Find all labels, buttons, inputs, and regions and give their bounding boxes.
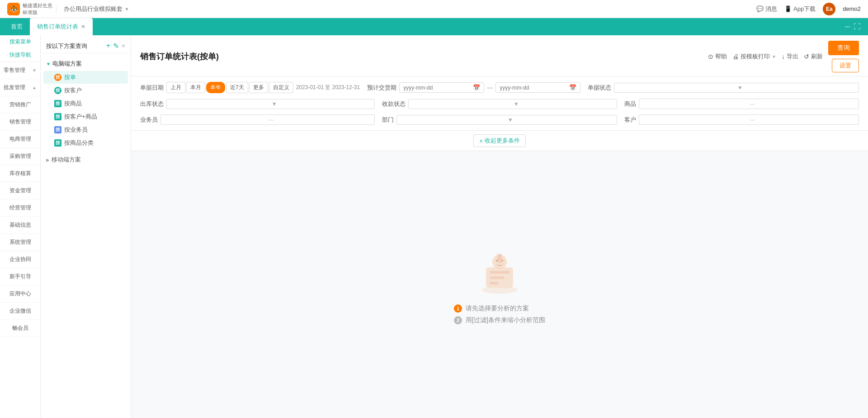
more-filter-icon[interactable]: ··· (267, 116, 370, 123)
sidebar-item-member[interactable]: 畅会员 (0, 320, 40, 337)
custom-btn[interactable]: 自定义 (269, 82, 293, 93)
sidebar-item-purchase[interactable]: 采购管理 (0, 148, 40, 165)
export-action[interactable]: ↓ 导出 (782, 52, 798, 61)
salesperson-select[interactable]: ··· (160, 114, 375, 125)
left-panel: 按以下方案查询 + ✎ « ▼ 电脑端方案 按 按单 按 按客户 (41, 35, 131, 418)
page-title: 销售订单统计表(按单) (140, 51, 219, 62)
hint-number-2: 2 (454, 316, 462, 324)
more-filter-icon[interactable]: ··· (748, 100, 854, 107)
maximize-icon[interactable]: ⛶ (854, 23, 861, 31)
topbar: 🐯 畅捷通好生意 标准版 办公用品行业模拟账套 ▼ 💬 消息 📱 App下载 E… (0, 0, 868, 18)
sidebar-item-base-info[interactable]: 基础信息 (0, 217, 40, 234)
sidebar-search[interactable]: 搜索菜单 (0, 35, 40, 48)
template-print-action[interactable]: 🖨 按模板打印 ▼ (732, 52, 776, 61)
scheme-icon: 按 (54, 139, 61, 147)
message-action[interactable]: 💬 消息 (756, 5, 777, 13)
sidebar-item-marketing[interactable]: 营销推广 (0, 96, 40, 114)
this-month-btn[interactable]: 本月 (186, 82, 205, 93)
chevron-down-icon: ▼ (32, 68, 37, 73)
expected-date-end-input[interactable] (500, 85, 567, 91)
salesperson-filter: 业务员 ··· (140, 114, 375, 125)
chevron-down-icon: ▼ (514, 101, 612, 107)
refresh-action[interactable]: ↺ 刷新 (804, 52, 823, 61)
scheme-by-cust-prod[interactable]: 按 按客户+商品 (43, 110, 128, 123)
collapse-panel-button[interactable]: « (122, 42, 125, 50)
nav-tabs: 首页 销售订单统计表 ✕ ─ ⛶ (0, 18, 868, 35)
svg-rect-3 (490, 276, 504, 279)
topbar-right: 💬 消息 📱 App下载 Ea demo2 (756, 3, 861, 15)
customer-select[interactable]: ··· (639, 114, 859, 125)
close-tab-icon[interactable]: ✕ (81, 24, 85, 30)
customer-label: 客户 (624, 116, 636, 124)
scheme-by-product[interactable]: 按 按商品 (43, 97, 128, 110)
scheme-icon: 按 (54, 126, 61, 133)
more-filter-icon[interactable]: ··· (748, 116, 854, 123)
collapse-filter-button[interactable]: ∧ 收起更多条件 (473, 134, 526, 147)
svg-rect-2 (490, 271, 509, 274)
salesperson-label: 业务员 (140, 116, 158, 124)
scheme-by-customer[interactable]: 按 按客户 (43, 84, 128, 97)
minimize-icon[interactable]: ─ (845, 23, 850, 31)
edit-scheme-button[interactable]: ✎ (113, 42, 119, 50)
goods-select[interactable]: ··· (639, 99, 859, 109)
sidebar-item-inventory[interactable]: 库存核算 (0, 165, 40, 182)
sidebar-item-app-center[interactable]: 应用中心 (0, 285, 40, 303)
sidebar: 搜索菜单 快捷导航 零售管理 ▼ 批发管理 ▲ 营销推广 销售管理 电商管理 采… (0, 35, 41, 418)
user-name[interactable]: demo2 (843, 5, 861, 12)
scheme-by-salesperson[interactable]: 按 按业务员 (43, 124, 128, 136)
sidebar-item-ecommerce[interactable]: 电商管理 (0, 131, 40, 148)
setting-button[interactable]: 设置 (832, 59, 859, 72)
sidebar-item-retail[interactable]: 零售管理 ▼ (0, 62, 40, 79)
sidebar-item-newbie[interactable]: 新手引导 (0, 268, 40, 285)
out-status-select[interactable]: ▼ (166, 99, 375, 109)
app-selector[interactable]: 办公用品行业模拟账套 ▼ (60, 3, 133, 15)
page-header-actions: ⊙ 帮助 🖨 按模板打印 ▼ ↓ 导出 ↺ 刷新 (708, 41, 859, 72)
scheme-by-category[interactable]: 按 按商品分类 (43, 137, 128, 149)
date-separator: — (487, 84, 493, 91)
expected-date-start-input[interactable] (403, 85, 471, 91)
sidebar-item-sys-mgmt[interactable]: 系统管理 (0, 234, 40, 251)
tab-home[interactable]: 首页 (4, 18, 30, 35)
hint-number-1: 1 (454, 304, 462, 313)
dept-select[interactable]: ▼ (396, 115, 617, 125)
content-area: 按以下方案查询 + ✎ « ▼ 电脑端方案 按 按单 按 按客户 (41, 35, 868, 418)
add-scheme-button[interactable]: + (106, 42, 110, 50)
last7-btn[interactable]: 近7天 (226, 82, 248, 93)
sidebar-item-operations[interactable]: 经营管理 (0, 200, 40, 217)
doc-status-select[interactable]: ▼ (614, 83, 859, 93)
pc-schemes: ▼ 电脑端方案 按 按单 按 按客户 按 按商品 按 按客户+商品 (41, 55, 131, 152)
mobile-scheme-parent[interactable]: ▶ 移动端方案 (41, 153, 131, 166)
goods-label: 商品 (624, 100, 636, 108)
pc-scheme-parent[interactable]: ▼ 电脑端方案 (41, 57, 131, 71)
calendar-icon: 📅 (569, 84, 576, 91)
left-panel-title: 按以下方案查询 (46, 42, 104, 50)
query-button[interactable]: 查询 (828, 41, 859, 55)
mobile-schemes: ▶ 移动端方案 (41, 152, 131, 168)
more-btn[interactable]: 更多 (249, 82, 268, 93)
sidebar-item-finance[interactable]: 资金管理 (0, 182, 40, 200)
sidebar-item-enterprise[interactable]: 企业协同 (0, 251, 40, 268)
sidebar-quick-nav[interactable]: 快捷导航 (0, 48, 40, 62)
dept-filter: 部门 ▼ (382, 115, 617, 125)
avatar[interactable]: Ea (823, 3, 835, 15)
help-action[interactable]: ⊙ 帮助 (708, 52, 727, 61)
print-icon: 🖨 (732, 53, 739, 60)
this-year-btn[interactable]: 本年 (206, 82, 225, 93)
app-download-action[interactable]: 📱 App下载 (784, 5, 816, 13)
recv-status-select[interactable]: ▼ (408, 99, 617, 109)
expected-date-start[interactable]: 📅 (399, 82, 484, 93)
filter-row-1: 单据日期 上月 本月 本年 近7天 更多 自定义 2023-01-01 至 20… (140, 82, 859, 93)
sidebar-item-wholesale[interactable]: 批发管理 ▲ (0, 79, 40, 96)
scheme-icon: 按 (54, 100, 61, 107)
tab-sales-stat[interactable]: 销售订单统计表 ✕ (30, 18, 93, 35)
out-status-filter: 出库状态 ▼ (140, 99, 375, 109)
sidebar-item-sales-mgmt[interactable]: 销售管理 (0, 114, 40, 131)
filter-row-3: 业务员 ··· 部门 ▼ 客户 (140, 114, 859, 125)
scheme-by-order[interactable]: 按 按单 (43, 71, 128, 84)
last-month-btn[interactable]: 上月 (166, 82, 185, 93)
sidebar-item-wechat[interactable]: 企业微信 (0, 303, 40, 320)
expected-date-filter: 预计交货期 📅 — 📅 (367, 82, 580, 93)
chevron-down-icon: ▼ (124, 6, 129, 12)
main-layout: 搜索菜单 快捷导航 零售管理 ▼ 批发管理 ▲ 营销推广 销售管理 电商管理 采… (0, 35, 868, 418)
expected-date-end[interactable]: 📅 (495, 82, 580, 93)
